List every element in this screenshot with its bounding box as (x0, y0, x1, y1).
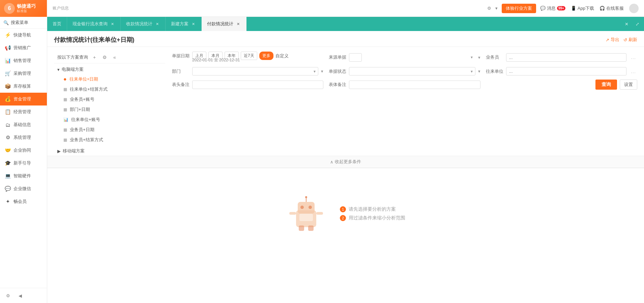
sidebar-item-hardware[interactable]: 💻 智能硬件 (0, 170, 47, 182)
svg-point-5 (305, 196, 307, 198)
scheme-item-partner-date[interactable]: ● 往来单位+日期 (54, 74, 165, 84)
partner-dots-btn[interactable]: … (629, 68, 637, 74)
settings-small-btn[interactable]: 设置 (620, 80, 637, 90)
dept-select[interactable] (192, 67, 318, 75)
tab-close-btn[interactable]: ✕ (622, 20, 631, 28)
robot-svg (286, 195, 326, 232)
dept-wrapper (192, 67, 318, 75)
topbar-settings-icon[interactable]: ⚙ (487, 6, 491, 11)
staff-input[interactable] (506, 53, 626, 62)
empty-state: 1 请先选择要分析的方案 2 用过滤条件来缩小分析范围 (47, 168, 644, 259)
sidebar-item-marketing[interactable]: 📢 营销推广 (0, 41, 47, 54)
sidebar-item-label: 快捷导航 (13, 32, 31, 38)
scheme-item-dept-date[interactable]: ▦ 部门+日期 (54, 104, 165, 115)
logo-icon: 6 (4, 3, 15, 14)
sidebar-item-cooperation[interactable]: 🤝 企业协同 (0, 144, 47, 157)
wechat-icon: 💬 (5, 186, 11, 192)
body-note-input[interactable] (349, 81, 480, 89)
content-area: 付款情况统计(往来单位+日期) ↗ 导出 ↺ 刷新 (47, 31, 644, 303)
refresh-btn[interactable]: ↺ 刷新 (623, 37, 637, 43)
sidebar-item-quick-nav[interactable]: ⚡ 快捷导航 (0, 29, 47, 41)
header-note-input[interactable] (192, 81, 323, 89)
hint-1-text: 请先选择要分析的方案 (349, 206, 396, 212)
tab-payment-stats[interactable]: 付款情况统计 ✕ (202, 17, 246, 31)
app-download-btn[interactable]: 📱 App下载 (571, 5, 594, 11)
sidebar-item-system[interactable]: ⚙ 系统管理 (0, 131, 47, 144)
hardware-icon: 💻 (5, 173, 11, 179)
sidebar-item-inventory[interactable]: 📦 库存核算 (0, 80, 47, 93)
sidebar-logo: 6 畅捷通巧 标准版 (0, 0, 47, 17)
industry-btn[interactable]: 体验行业方案 (502, 4, 536, 13)
sidebar-collapse-btn[interactable]: ◀ (16, 291, 25, 300)
messages-btn[interactable]: 💬 消息 99+ (540, 5, 565, 11)
voucher-status-select[interactable] (349, 67, 475, 75)
messages-label: 消息 (547, 5, 556, 11)
scheme-panel-header: 按以下方案查询 + ⚙ « (54, 52, 165, 63)
sidebar-settings-btn[interactable]: ⚙ (3, 291, 13, 300)
tab-bank-flow-label: 现金银行流水查询 (72, 21, 108, 27)
online-service-btn[interactable]: 🎧 在线客服 (599, 5, 624, 11)
query-btn[interactable]: 查询 (595, 80, 617, 90)
tab-new-scheme[interactable]: 新建方案 ✕ (166, 17, 202, 31)
scheme-add-btn[interactable]: + (91, 54, 98, 61)
scheme-mobile-header[interactable]: ▶ 移动端方案 (54, 146, 165, 156)
scheme-settings-btn[interactable]: ⚙ (101, 54, 108, 61)
tab-payment-stats-close[interactable]: ✕ (235, 21, 241, 27)
partner-input[interactable] (506, 67, 626, 75)
topbar-dropdown-icon[interactable]: ▾ (495, 6, 498, 11)
sidebar-item-guide[interactable]: 🎓 新手引导 (0, 157, 47, 170)
sidebar-item-finance[interactable]: 💰 资金管理 (0, 93, 47, 105)
scheme-item-staff-date[interactable]: ▦ 业务员+日期 (54, 125, 165, 135)
sidebar-item-label: 系统管理 (13, 134, 31, 141)
tab-payment-stats-label: 付款情况统计 (207, 21, 233, 27)
voucher-status-chevron-icon: ▾ (478, 69, 480, 74)
page-title: 付款情况统计(往来单位+日期) (54, 36, 135, 44)
sidebar-item-basic-info[interactable]: 🗂 基础信息 (0, 118, 47, 131)
svg-rect-6 (289, 212, 296, 215)
guide-icon: 🎓 (5, 160, 11, 166)
user-avatar[interactable] (629, 4, 639, 13)
tab-bank-flow[interactable]: 现金银行流水查询 ✕ (67, 17, 121, 31)
tabbar: 首页 现金银行流水查询 ✕ 收款情况统计 ✕ 新建方案 ✕ 付款情况统计 ✕ ✕… (47, 17, 644, 31)
svg-rect-10 (299, 214, 313, 221)
source-voucher-select[interactable] (349, 53, 362, 62)
sidebar-item-purchase[interactable]: 🛒 采购管理 (0, 67, 47, 80)
tab-new-scheme-close[interactable]: ✕ (191, 21, 196, 27)
tab-collection-stats[interactable]: 收款情况统计 ✕ (121, 17, 166, 31)
staff-dots-btn[interactable]: … (629, 54, 637, 60)
tab-bank-flow-close[interactable]: ✕ (110, 21, 115, 27)
sidebar-item-sales[interactable]: 📊 销售管理 (0, 54, 47, 67)
sidebar-item-wechat[interactable]: 💬 企业微信 (0, 182, 47, 195)
date-btn-last-7days[interactable]: 近7天 (241, 52, 257, 60)
scheme-item-staff-settle[interactable]: ▦ 业务员+结算方式 (54, 135, 165, 145)
scheme-item-partner-settle[interactable]: ▦ 往来单位+结算方式 (54, 84, 165, 94)
tab-home[interactable]: 首页 (47, 17, 67, 31)
filter-cell-voucher-status: 单据状态 ▾ (329, 67, 480, 75)
collapse-more-btn[interactable]: ∧ 收起更多条件 (330, 159, 361, 165)
messages-badge: 99+ (557, 6, 565, 10)
export-btn[interactable]: ↗ 导出 (606, 37, 619, 43)
sidebar-bottom: ⚙ ◀ (0, 288, 47, 303)
scheme-icon: ▦ (63, 127, 67, 132)
sidebar-item-membership[interactable]: ✦ 畅会员 (0, 195, 47, 208)
search-menu-btn[interactable]: 🔍 搜索菜单 (0, 17, 47, 29)
filter-cell-dept: 部门 ▾ (172, 67, 323, 75)
scheme-collapse-btn[interactable]: « (111, 54, 118, 61)
sidebar-item-label: 库存核算 (13, 83, 31, 89)
scheme-desktop-header[interactable]: ▾ 电脑端方案 (54, 65, 165, 74)
date-btn-more[interactable]: 更多 (259, 52, 273, 60)
scheme-item-partner-account[interactable]: 📊 往来单位+账号 (54, 115, 165, 125)
message-icon: 💬 (540, 6, 546, 11)
system-icon: ⚙ (5, 134, 11, 141)
filter-cell-date: 单据日期 上月 本月 本年 近7天 更多 自定义 (172, 52, 323, 63)
partner-label: 往来单位 (486, 68, 503, 74)
sidebar-item-operation[interactable]: 📋 经营管理 (0, 105, 47, 118)
sidebar-item-label: 资金管理 (13, 96, 31, 102)
scheme-mobile-arrow-icon: ▶ (57, 149, 61, 154)
svg-rect-7 (316, 212, 323, 215)
empty-state-content: 1 请先选择要分析的方案 2 用过滤条件来缩小分析范围 (286, 195, 405, 232)
tab-expand-btn[interactable]: ⤢ (633, 20, 641, 28)
scheme-item-staff-account[interactable]: ▦ 业务员+账号 (54, 94, 165, 104)
tab-collection-stats-close[interactable]: ✕ (154, 21, 160, 27)
sales-icon: 📊 (5, 58, 11, 64)
